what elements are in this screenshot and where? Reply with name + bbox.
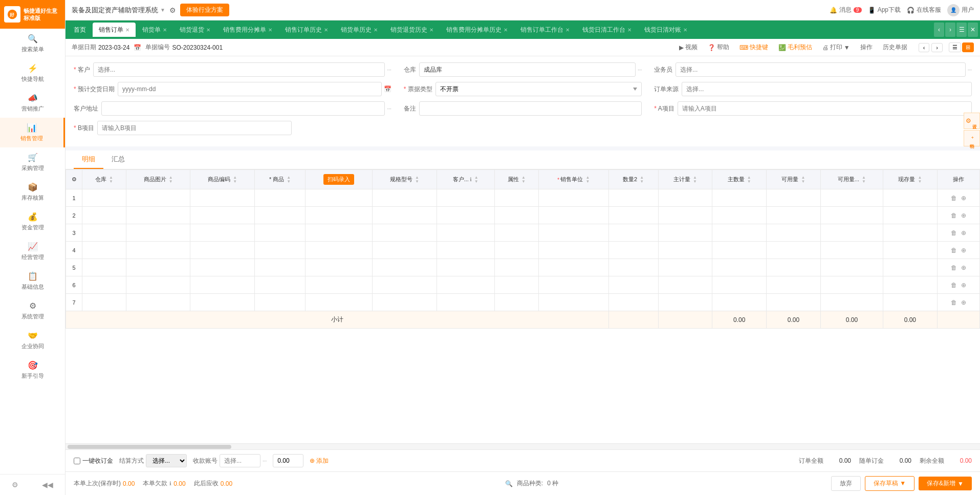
- th-main-qty[interactable]: 主数量 ▲▼: [712, 170, 767, 189]
- tab-prev-btn[interactable]: ‹: [934, 23, 944, 37]
- delete-row-icon[interactable]: 🗑: [950, 263, 958, 272]
- notification-item[interactable]: 🔔 消息 9: [830, 6, 862, 14]
- tab-sales-order[interactable]: 销售订单 ✕: [93, 23, 136, 37]
- th-code[interactable]: 商品编码 ▲▼: [190, 170, 254, 189]
- tab-expense[interactable]: 销售费用分摊单 ✕: [217, 23, 278, 37]
- th-available2[interactable]: 可用量... ▲▼: [820, 170, 883, 189]
- th-attr[interactable]: 属性 ▲▼: [494, 170, 538, 189]
- tab-detail[interactable]: 明细: [74, 150, 103, 169]
- tab-order-workbench[interactable]: 销售订单工作台 ✕: [514, 23, 576, 37]
- b-project-input[interactable]: [97, 121, 292, 135]
- salesperson-input[interactable]: [676, 62, 965, 77]
- tab-close-icon[interactable]: ✕: [683, 27, 687, 33]
- tab-close-all-btn[interactable]: ✕: [968, 23, 978, 37]
- delete-row-icon[interactable]: 🗑: [950, 193, 958, 203]
- app-download-item[interactable]: 📱 App下载: [868, 6, 901, 14]
- invoice-type-select[interactable]: 不开票 增值税普通发票 增值税专用发票: [435, 82, 642, 96]
- view-btn[interactable]: ▶ 视频: [676, 42, 701, 53]
- sidebar-item-purchase[interactable]: 🛒 采购管理: [0, 147, 65, 177]
- collapse-icon[interactable]: ◀◀: [40, 479, 55, 491]
- one-click-payment-check[interactable]: [74, 458, 80, 464]
- customer-input[interactable]: [93, 62, 385, 77]
- settlement-select[interactable]: 选择...: [146, 454, 187, 467]
- th-unit[interactable]: * 销售单位 ▲▼: [538, 170, 608, 189]
- add-material-btn[interactable]: + 物料: [964, 130, 980, 146]
- note-input[interactable]: [419, 101, 642, 116]
- th-settings[interactable]: ⚙: [66, 170, 82, 189]
- address-more-icon[interactable]: ···: [387, 106, 391, 112]
- table-scroll-bar[interactable]: [66, 443, 980, 449]
- warehouse-input[interactable]: [419, 62, 636, 77]
- tab-close-icon[interactable]: ✕: [268, 27, 272, 33]
- th-warehouse[interactable]: 仓库 ▲▼: [82, 170, 126, 189]
- copy-row-icon[interactable]: ⊕: [960, 263, 967, 272]
- copy-row-icon[interactable]: ⊕: [960, 211, 967, 220]
- add-btn[interactable]: ⊕ 添加: [310, 457, 329, 465]
- sidebar-item-collab[interactable]: 🤝 企业协同: [0, 326, 65, 355]
- nav-next-btn[interactable]: ›: [931, 43, 943, 52]
- th-available[interactable]: 可用量 ▲▼: [767, 170, 821, 189]
- discard-button[interactable]: 放弃: [831, 476, 861, 491]
- history-btn[interactable]: 历史单据: [880, 42, 910, 53]
- tab-close-icon[interactable]: ✕: [565, 27, 570, 33]
- th-customer-code[interactable]: 客户... ℹ ▲▼: [437, 170, 494, 189]
- tab-close-icon[interactable]: ✕: [627, 27, 631, 33]
- sidebar-item-finance[interactable]: 💰 资金管理: [0, 207, 65, 236]
- list-view-btn[interactable]: ☰: [949, 42, 961, 52]
- th-image[interactable]: 商品图片 ▲▼: [126, 170, 190, 189]
- tab-invoice[interactable]: 销货单 ✕: [136, 23, 173, 37]
- table-wrapper[interactable]: ⚙ 仓库 ▲▼ 商品图片: [66, 169, 980, 443]
- tab-close-icon[interactable]: ✕: [206, 27, 210, 33]
- tab-next-btn[interactable]: ›: [945, 23, 955, 37]
- customer-more-icon[interactable]: ···: [387, 67, 391, 73]
- account-input[interactable]: [220, 454, 260, 467]
- copy-row-icon[interactable]: ⊕: [960, 246, 967, 255]
- th-qty2[interactable]: 数量2 ▲▼: [608, 170, 658, 189]
- online-service-item[interactable]: 🎧 在线客服: [907, 6, 941, 14]
- tab-close-icon[interactable]: ✕: [504, 27, 508, 33]
- delete-row-icon[interactable]: 🗑: [950, 281, 958, 290]
- action-btn[interactable]: 操作: [857, 42, 876, 53]
- th-product[interactable]: * 商品 ▲▼: [254, 170, 305, 189]
- tab-expense-history[interactable]: 销售费用分摊单历史 ✕: [440, 23, 514, 37]
- settings-icon[interactable]: ⚙: [169, 6, 176, 14]
- th-current[interactable]: 现存量 ▲▼: [883, 170, 937, 189]
- amount-input[interactable]: [273, 454, 303, 467]
- warehouse-more-icon[interactable]: ···: [638, 67, 642, 73]
- sidebar-item-guide[interactable]: 🎯 新手引导: [0, 355, 65, 385]
- a-project-input[interactable]: [678, 101, 972, 116]
- industry-button[interactable]: 体验行业方案: [180, 4, 229, 16]
- copy-row-icon[interactable]: ⊕: [960, 281, 967, 290]
- tab-close-icon[interactable]: ✕: [429, 27, 433, 33]
- delivery-date-input[interactable]: [118, 82, 382, 96]
- scroll-thumb[interactable]: [68, 445, 231, 449]
- sidebar-item-inventory[interactable]: 📦 库存核算: [0, 177, 65, 207]
- salesperson-more-icon[interactable]: ···: [968, 67, 972, 73]
- sidebar-item-search[interactable]: 🔍 搜索菜单: [0, 29, 65, 58]
- help-btn[interactable]: ❓ 帮助: [705, 42, 732, 53]
- copy-row-icon[interactable]: ⊕: [960, 298, 967, 307]
- th-scan[interactable]: 扫码录入: [306, 170, 373, 189]
- print-btn[interactable]: 🖨 打印 ▼: [819, 42, 853, 53]
- sidebar-item-system[interactable]: ⚙ 系统管理: [0, 296, 65, 326]
- settings-panel-btn[interactable]: ⚙ 设置: [964, 113, 980, 129]
- tab-home[interactable]: 首页: [68, 23, 92, 37]
- nav-prev-btn[interactable]: ‹: [919, 43, 930, 52]
- th-main-unit[interactable]: 主计量 ▲▼: [658, 170, 712, 189]
- delete-row-icon[interactable]: 🗑: [950, 228, 958, 238]
- copy-row-icon[interactable]: ⊕: [960, 193, 967, 203]
- user-item[interactable]: 👤 用户: [947, 4, 974, 16]
- tab-close-icon[interactable]: ✕: [125, 27, 129, 33]
- shortcut-btn[interactable]: ⌨ 快捷键: [736, 42, 771, 53]
- settings-bottom-icon[interactable]: ⚙: [10, 479, 20, 491]
- account-more-icon[interactable]: ···: [263, 458, 267, 464]
- form-view-btn[interactable]: ⊞: [962, 42, 974, 52]
- tab-close-icon[interactable]: ✕: [324, 27, 328, 33]
- tab-return-history[interactable]: 销货退货历史 ✕: [384, 23, 440, 37]
- customer-address-input[interactable]: [101, 101, 385, 116]
- profit-btn[interactable]: 💹 毛利预估: [775, 42, 815, 53]
- save-new-button[interactable]: 保存&新增 ▼: [919, 477, 972, 490]
- tab-return[interactable]: 销货退货 ✕: [173, 23, 216, 37]
- copy-row-icon[interactable]: ⊕: [960, 228, 967, 238]
- th-spec[interactable]: 规格型号 ▲▼: [373, 170, 437, 189]
